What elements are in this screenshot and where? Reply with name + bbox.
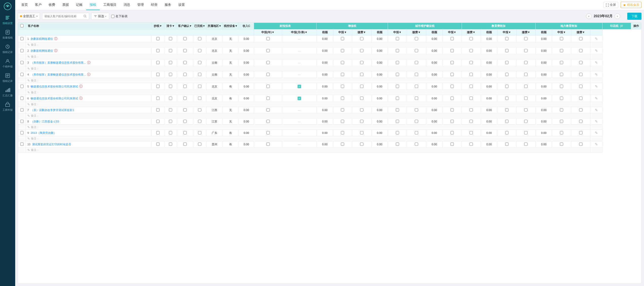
nav-piaoju[interactable]: 票据 [59, 0, 72, 10]
zzs-sb-cell[interactable] [333, 95, 352, 102]
sidebar-item-huizong[interactable]: 汇总汇缴 [0, 85, 15, 99]
zzs-sb-cell[interactable] [333, 83, 352, 90]
cs-jf-cell[interactable] [407, 59, 426, 66]
qingka-cell[interactable] [164, 83, 177, 90]
nav-guanli[interactable]: 管理 [134, 0, 147, 10]
edit-cell[interactable]: ✎ [590, 141, 602, 148]
kehuqueren-cell[interactable] [177, 59, 193, 66]
row-checkbox[interactable] [18, 35, 26, 42]
edit-cell[interactable]: ✎ [590, 71, 602, 78]
zzs-sb-cell[interactable] [333, 107, 352, 113]
sidebar-item-geshuishenbao[interactable]: 个税申报 [0, 56, 15, 70]
jy-sb-cell[interactable] [442, 107, 462, 113]
cb-year-cell[interactable] [254, 118, 282, 125]
qingka-cell[interactable] [164, 35, 177, 42]
nav-xiaox[interactable]: 消息 [120, 0, 134, 10]
cb-month-cell[interactable]: — [282, 107, 317, 113]
cb-year-cell[interactable] [254, 83, 282, 90]
cs-jf-cell[interactable] [407, 107, 426, 113]
cb-year-cell[interactable] [254, 71, 282, 78]
company-name[interactable]: 2 勿删新税网络通信 ⓘ [26, 47, 152, 54]
filter-button[interactable]: 筛选 ▾ [91, 13, 109, 20]
row-checkbox[interactable] [18, 118, 26, 125]
cs-jf-cell[interactable] [407, 35, 426, 42]
yiwanshui-cell[interactable] [193, 47, 206, 54]
nav-shouye[interactable]: 首页 [18, 0, 31, 10]
qingka-cell[interactable] [164, 118, 177, 125]
jy-jf-cell[interactable] [462, 141, 481, 148]
nav-baoshu[interactable]: 报税 [86, 0, 100, 10]
zzs-jf-cell[interactable] [352, 130, 372, 136]
nav-shezhi[interactable]: 设置 [175, 0, 188, 10]
cb-month-cell[interactable]: — [282, 47, 317, 54]
df-jf-cell[interactable] [516, 118, 536, 125]
name-label-checkbox[interactable] [111, 15, 114, 18]
zzs-sb-cell[interactable] [333, 47, 352, 54]
jy-sb-cell[interactable] [442, 83, 462, 90]
company-name-text[interactable]: 畅捷通信息技术股份有限公司民珠测试 [31, 85, 78, 88]
jy-jf-cell[interactable] [462, 47, 481, 54]
df-jf-cell[interactable] [516, 59, 536, 66]
yiwanshui-cell[interactable] [193, 71, 206, 78]
edit-cell[interactable]: ✎ [590, 47, 602, 54]
zzs-jf-cell[interactable] [352, 107, 372, 113]
row-checkbox[interactable] [18, 47, 26, 54]
jy-sb-cell[interactable] [442, 130, 462, 136]
cs-jf-cell[interactable] [407, 141, 426, 148]
qingka-cell[interactable] [164, 59, 177, 66]
jy-jf-cell[interactable] [462, 130, 481, 136]
jy-jf-cell[interactable] [462, 107, 481, 113]
jy-jf-cell[interactable] [462, 59, 481, 66]
company-name[interactable]: 6 畅捷通信息技术股份有限公司民珠测试 ⓘ [26, 95, 152, 102]
df-sb-cell[interactable] [497, 35, 517, 42]
jy-jf-cell[interactable] [462, 71, 481, 78]
company-name-text[interactable]: 畅捷通信息技术股份有限公司民珠测试 [31, 97, 78, 100]
jy-jf-cell[interactable] [462, 35, 481, 42]
yh-jf-cell[interactable] [571, 47, 590, 54]
yh-jf-cell[interactable] [571, 71, 590, 78]
cb-year-cell[interactable] [254, 141, 282, 148]
zzs-sb-cell[interactable] [333, 118, 352, 125]
yiwanshui-cell[interactable] [193, 95, 206, 102]
cb-month-cell[interactable]: — [282, 59, 317, 66]
qingka-cell[interactable] [164, 107, 177, 113]
cs-sb-cell[interactable] [388, 83, 407, 90]
jy-jf-cell[interactable] [462, 83, 481, 90]
cb-year-cell[interactable] [254, 107, 282, 113]
chaoshu-cell[interactable] [151, 141, 164, 148]
yh-jf-cell[interactable] [571, 118, 590, 125]
zzs-sb-cell[interactable] [333, 59, 352, 66]
df-sb-cell[interactable] [497, 59, 517, 66]
cs-sb-cell[interactable] [388, 59, 407, 66]
row-checkbox[interactable] [18, 83, 26, 90]
kehuqueren-cell[interactable] [177, 130, 193, 136]
kehuqueren-cell[interactable] [177, 118, 193, 125]
edit-icon[interactable]: ✎ [595, 142, 598, 146]
df-jf-cell[interactable] [516, 35, 536, 42]
sidebar-item-piliangbaoshu[interactable]: 批量报税 [0, 27, 15, 42]
yiwanshui-cell[interactable] [193, 118, 206, 125]
kehuqueren-cell[interactable] [177, 83, 193, 90]
row-checkbox[interactable] [18, 59, 26, 66]
zzs-sb-cell[interactable] [333, 141, 352, 148]
chaoshu-cell[interactable] [151, 59, 164, 66]
zzs-jf-cell[interactable] [352, 71, 372, 78]
df-sb-cell[interactable] [497, 95, 517, 102]
company-name[interactable]: 10 测试斯套的凭证打印的时候是否 [26, 141, 152, 148]
yh-sb-cell[interactable] [552, 118, 571, 125]
sidebar-item-baoshuishezhi[interactable]: 报税设置 [0, 13, 15, 27]
company-name-text[interactable]: （库存核算）直播畅捷通信息技术股份有限... [31, 73, 86, 76]
company-name-text[interactable]: （原）误删勿改李梦牙测试斯套新1 [31, 109, 74, 112]
cs-jf-cell[interactable] [407, 47, 426, 54]
jy-sb-cell[interactable] [442, 95, 462, 102]
qingka-cell[interactable] [164, 95, 177, 102]
edit-icon[interactable]: ✎ [595, 108, 598, 112]
df-sb-cell[interactable] [497, 141, 517, 148]
df-sb-cell[interactable] [497, 71, 517, 78]
edit-icon[interactable]: ✎ [595, 84, 598, 88]
company-name-text[interactable]: 2013（陶美劳勿删） [31, 131, 56, 134]
company-name-text[interactable]: （库存核算）直播畅捷通信息技术股份有限... [31, 61, 86, 64]
company-name-text[interactable]: （勿删）江西股金-LSS [31, 120, 59, 123]
yiwanshui-cell[interactable] [193, 35, 206, 42]
edit-icon[interactable]: ✎ [595, 37, 598, 41]
